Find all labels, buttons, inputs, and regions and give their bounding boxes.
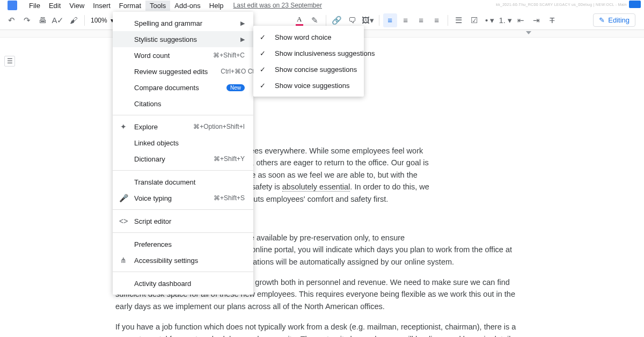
tools-menu-item[interactable]: Compare documentsNew: [113, 79, 253, 96]
menu-shortcut: ⌘+Option+Shift+I: [180, 123, 245, 130]
check-icon: ✓: [260, 82, 266, 90]
menu-item-label: Activity dashboard: [134, 280, 191, 288]
spellcheck-button[interactable]: A✓: [51, 13, 65, 27]
ruler-tab-marker[interactable]: [526, 31, 531, 34]
insert-image-button[interactable]: 🖼▾: [361, 13, 375, 27]
menu-edit[interactable]: Edit: [45, 1, 65, 11]
submenu-item-label: Show concise suggestions: [275, 65, 357, 74]
tools-menu: Spelling and grammar▶Stylistic suggestio…: [113, 12, 253, 295]
submenu-item-label: Show word choice: [275, 33, 332, 41]
menu-item-label: Review suggested edits: [134, 68, 208, 76]
menu-item-label: Preferences: [134, 240, 172, 248]
text-color-button[interactable]: A: [292, 13, 306, 27]
check-icon: ✓: [260, 49, 266, 57]
tools-menu-item[interactable]: <>Script editor: [113, 213, 253, 229]
tools-menu-item[interactable]: Translate document: [113, 174, 253, 190]
menu-item-icon: <>: [119, 217, 128, 225]
outline-toggle[interactable]: ☰: [4, 56, 15, 67]
checklist-button[interactable]: ☑: [467, 13, 481, 27]
menu-item-label: Compare documents: [134, 84, 199, 92]
align-right-button[interactable]: ≡: [414, 13, 428, 27]
line-spacing-button[interactable]: ☰: [452, 13, 466, 27]
menu-help[interactable]: Help: [205, 1, 228, 11]
submenu-item-label: Show voice suggestions: [275, 82, 349, 90]
menu-tools[interactable]: Tools: [145, 1, 170, 11]
menu-item-icon: 🎤: [119, 194, 128, 202]
tools-menu-item[interactable]: Preferences: [113, 236, 253, 252]
menu-item-label: Accessibility settings: [134, 257, 198, 265]
menu-format[interactable]: Format: [115, 1, 145, 11]
menu-item-label: Citations: [134, 100, 162, 108]
undo-button[interactable]: ↶: [4, 13, 18, 27]
decrease-indent-button[interactable]: ⇤: [514, 13, 528, 27]
menu-shortcut: ⌘+Shift+S: [201, 194, 245, 202]
tools-menu-item[interactable]: Linked objects: [113, 135, 253, 151]
docs-logo[interactable]: [8, 1, 17, 10]
menu-shortcut: ⌘+Shift+Y: [201, 155, 245, 163]
stylistic-suggestions-submenu: ✓Show word choice✓Show inclusiveness sug…: [253, 26, 364, 97]
submenu-item-label: Show inclusiveness suggestions: [275, 49, 375, 57]
align-justify-button[interactable]: ≡: [430, 13, 444, 27]
bulleted-list-button[interactable]: • ▾: [483, 13, 497, 27]
suggestion-underline[interactable]: The maternity leave changes will be disc…: [301, 335, 482, 337]
tools-menu-item[interactable]: 🎤Voice typing⌘+Shift+S: [113, 190, 253, 206]
submenu-arrow-icon: ▶: [228, 36, 245, 43]
tools-menu-item[interactable]: Citations: [113, 96, 253, 112]
tools-menu-item[interactable]: Activity dashboard: [113, 275, 253, 291]
tools-menu-item[interactable]: Spelling and grammar▶: [113, 15, 253, 31]
tools-menu-item[interactable]: ✦Explore⌘+Option+Shift+I: [113, 119, 253, 135]
menu-item-label: Voice typing: [134, 194, 172, 202]
menu-item-label: Explore: [134, 123, 158, 131]
print-button[interactable]: 🖶: [35, 13, 49, 27]
build-string: kk_2021-60-Thu_RC00 SCARY LEGACY us_0Deb…: [496, 3, 627, 6]
new-badge: New: [226, 84, 245, 91]
redo-button[interactable]: ↷: [20, 13, 34, 27]
editing-mode-dropdown[interactable]: ✎Editing: [593, 13, 635, 27]
check-icon: ✓: [260, 33, 266, 41]
submenu-item[interactable]: ✓Show inclusiveness suggestions: [253, 45, 364, 61]
zoom-dropdown[interactable]: 100%▾: [89, 17, 116, 24]
paragraph[interactable]: If you have a job function which does no…: [115, 321, 529, 337]
submenu-arrow-icon: ▶: [228, 20, 245, 27]
menu-item-label: Linked objects: [134, 139, 179, 147]
tools-menu-item[interactable]: ⋔Accessibility settings: [113, 252, 253, 268]
check-icon: ✓: [260, 65, 266, 74]
suggestion-underline[interactable]: absolutely essential: [282, 182, 350, 192]
menu-addons[interactable]: Add-ons: [170, 1, 204, 11]
highlight-button[interactable]: ✎: [308, 13, 322, 27]
tools-menu-item[interactable]: Word count⌘+Shift+C: [113, 47, 253, 63]
tools-menu-item[interactable]: Dictionary⌘+Shift+Y: [113, 151, 253, 167]
menu-shortcut: ⌘+Shift+C: [200, 52, 245, 59]
last-edit-link[interactable]: Last edit was on 23 September: [233, 2, 322, 9]
numbered-list-button[interactable]: 1. ▾: [499, 13, 513, 27]
tools-menu-item[interactable]: Review suggested editsCtrl+⌘O Ctrl+⌘U: [113, 63, 253, 79]
paint-format-button[interactable]: 🖌: [67, 13, 80, 27]
submenu-item[interactable]: ✓Show word choice: [253, 29, 364, 45]
menu-item-label: Stylistic suggestions: [134, 35, 197, 43]
menu-item-label: Word count: [134, 52, 170, 60]
menu-insert[interactable]: Insert: [89, 1, 115, 11]
submenu-item[interactable]: ✓Show voice suggestions: [253, 77, 364, 93]
insert-comment-button[interactable]: 🗨: [346, 13, 360, 27]
menu-item-icon: ✦: [119, 122, 128, 131]
insert-link-button[interactable]: 🔗: [330, 13, 344, 27]
submenu-item[interactable]: ✓Show concise suggestions: [253, 61, 364, 77]
menu-item-label: Dictionary: [134, 155, 165, 163]
increase-indent-button[interactable]: ⇥: [530, 13, 544, 27]
align-left-button[interactable]: ≡: [383, 13, 397, 27]
share-button[interactable]: [629, 1, 641, 8]
menu-view[interactable]: View: [65, 1, 89, 11]
menu-item-label: Translate document: [134, 178, 195, 186]
menu-item-icon: ⋔: [119, 256, 128, 265]
menu-item-label: Spelling and grammar: [134, 19, 202, 27]
tools-menu-item[interactable]: Stylistic suggestions▶: [113, 31, 253, 47]
clear-formatting-button[interactable]: T: [545, 13, 559, 27]
align-center-button[interactable]: ≡: [399, 13, 413, 27]
menu-item-label: Script editor: [134, 217, 171, 225]
menu-file[interactable]: File: [25, 1, 45, 11]
pen-icon: ✎: [599, 16, 605, 24]
